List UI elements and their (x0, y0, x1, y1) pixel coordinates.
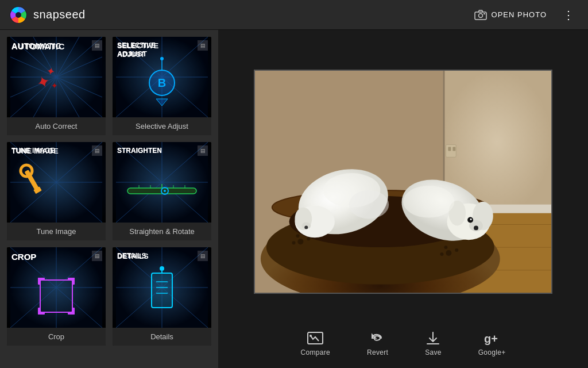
app-header: snapseed OPEN PHOTO ⋮ (0, 0, 588, 30)
svg-point-120 (444, 246, 447, 249)
tool-card-straighten[interactable]: STRAIGHTEN ▤ Straighten & Rotate (113, 142, 211, 240)
svg-point-121 (440, 252, 444, 256)
svg-point-1 (16, 12, 21, 18)
svg-point-59 (164, 190, 166, 192)
photo-panel: Compare Revert Save g (218, 30, 588, 368)
svg-rect-93 (152, 273, 172, 308)
details-header-text: DETAILS (117, 252, 146, 260)
auto-badge: ▤ (92, 40, 102, 51)
save-button[interactable]: Save (420, 329, 446, 359)
svg-point-34 (160, 57, 164, 60)
googleplus-button[interactable]: g+ Google+ (474, 329, 510, 359)
svg-rect-76 (38, 278, 40, 285)
app-title: snapseed (33, 8, 86, 21)
selective-header-text: SELECTIVEADJUST (117, 41, 156, 59)
details-label: Details (113, 328, 211, 346)
selective-label: Selective Adjust (113, 117, 211, 135)
tune-badge: ▤ (92, 145, 102, 156)
tool-thumbnail-crop: CROP ▤ (7, 247, 106, 328)
svg-point-118 (446, 250, 451, 256)
photo-svg (255, 71, 551, 293)
straighten-label: Straighten & Rotate (113, 223, 211, 240)
photo-display-area (230, 41, 577, 322)
auto-header-text: AUTOMATIC (11, 41, 61, 51)
tool-card-details[interactable]: DETAILS ▤ Details (113, 247, 211, 346)
auto-star3-icon: ✦ (51, 81, 58, 90)
googleplus-icon: g+ (483, 331, 501, 345)
svg-point-116 (296, 234, 299, 237)
crop-badge: ▤ (92, 251, 102, 261)
save-icon (425, 331, 441, 345)
camera-icon (474, 10, 487, 20)
svg-point-3 (478, 13, 482, 17)
bottom-toolbar: Compare Revert Save g (230, 322, 577, 359)
compare-label: Compare (301, 348, 330, 356)
svg-text:g+: g+ (484, 332, 498, 345)
logo-area: snapseed (9, 6, 467, 24)
googleplus-label: Google+ (478, 348, 506, 356)
tool-thumbnail-auto: AUTOMATIC ✦ ✦ ✦ ▤ (7, 37, 106, 117)
auto-label: Auto Correct (7, 117, 106, 135)
crop-header-text: CROP (11, 252, 36, 262)
compare-button[interactable]: Compare (296, 329, 335, 359)
svg-point-115 (307, 237, 310, 240)
tool-card-selective-adjust[interactable]: B SELECTIVEADJUST ▤ Selective Adjust (113, 37, 211, 135)
revert-label: Revert (367, 348, 388, 356)
revert-button[interactable]: Revert (362, 329, 393, 359)
svg-point-137 (403, 186, 454, 218)
tool-thumbnail-details: DETAILS ▤ (113, 247, 211, 328)
svg-point-97 (160, 266, 164, 271)
svg-point-117 (292, 241, 296, 244)
svg-rect-4 (483, 13, 485, 14)
tool-card-tune-image[interactable]: TUNE IMAGE ▤ Tune Image (7, 142, 106, 240)
compare-icon (307, 331, 323, 345)
photo-frame (254, 70, 552, 294)
tool-card-crop[interactable]: CROP ▤ Crop (7, 247, 106, 346)
straighten-header-text: STRAIGHTEN (117, 147, 162, 155)
svg-rect-109 (452, 147, 455, 151)
svg-rect-82 (72, 308, 75, 315)
tools-panel: AUTOMATIC ✦ ✦ ✦ ▤ Auto Correct (0, 30, 218, 368)
open-photo-label: OPEN PHOTO (492, 10, 547, 19)
snapseed-logo-icon (9, 6, 28, 24)
tune-label: Tune Image (7, 223, 106, 240)
svg-rect-80 (38, 308, 40, 315)
svg-point-126 (304, 225, 308, 229)
straighten-badge: ▤ (198, 145, 208, 156)
header-right: OPEN PHOTO ⋮ (467, 5, 579, 25)
selective-badge: ▤ (198, 40, 208, 51)
svg-point-136 (470, 218, 472, 220)
svg-text:B: B (158, 76, 166, 89)
tool-card-auto-correct[interactable]: AUTOMATIC ✦ ✦ ✦ ▤ Auto Correct (7, 37, 106, 135)
svg-point-114 (297, 239, 303, 244)
tool-thumbnail-straighten: STRAIGHTEN ▤ (113, 142, 211, 223)
open-photo-button[interactable]: OPEN PHOTO (467, 6, 554, 24)
details-badge: ▤ (198, 251, 208, 261)
revert-icon (370, 331, 386, 345)
svg-point-119 (455, 248, 458, 252)
main-area: AUTOMATIC ✦ ✦ ✦ ▤ Auto Correct (0, 30, 588, 368)
menu-button[interactable]: ⋮ (558, 5, 579, 25)
svg-rect-108 (448, 147, 451, 151)
svg-point-134 (474, 225, 478, 230)
crop-label: Crop (7, 328, 106, 346)
save-label: Save (425, 348, 442, 356)
tune-header-text: TUNE IMAGE (11, 147, 55, 155)
tool-thumbnail-tune: TUNE IMAGE ▤ (7, 142, 106, 223)
svg-point-128 (349, 190, 389, 219)
svg-point-139 (310, 335, 312, 337)
svg-rect-138 (308, 332, 323, 344)
tool-thumbnail-selective: B SELECTIVEADJUST ▤ (113, 37, 211, 117)
svg-rect-78 (72, 278, 75, 285)
